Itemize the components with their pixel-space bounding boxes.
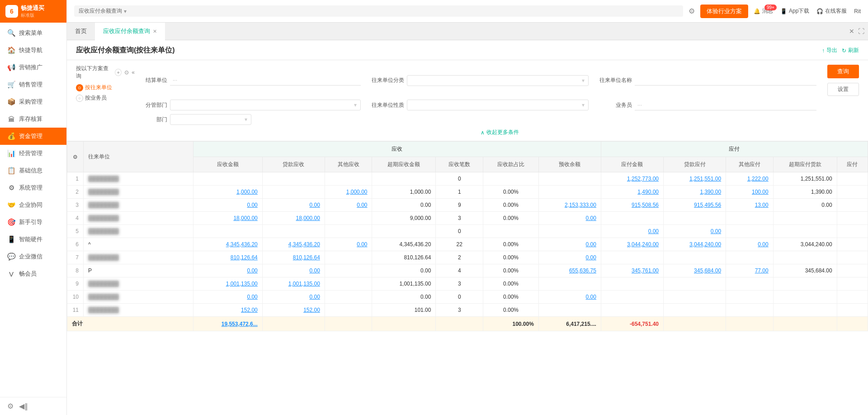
refresh-button[interactable]: ↻ 刷新 (842, 47, 859, 54)
sidebar-item-purchase[interactable]: 📦 采购管理 (0, 93, 66, 110)
row-ap-more (837, 238, 868, 251)
table-row: 9 ████████ 1,001,135.00 1,001,135.00 1,0… (67, 277, 868, 291)
total-row: 合计 19,553,472,6... 100.00% 6,417,215....… (67, 317, 868, 331)
row-ar-count: 9 (436, 199, 483, 212)
partner-name-label: 往来单位名称 (596, 76, 632, 84)
sidebar-item-operation[interactable]: 📊 经营管理 (0, 145, 66, 162)
row-ar-overdue: 101.00 (372, 304, 436, 317)
notice-button[interactable]: 🔔 消息 99+ (754, 7, 773, 15)
dept-label: 分管部门 (140, 101, 167, 109)
sidebar-item-basic[interactable]: 📋 基础信息 (0, 162, 66, 179)
tab-close-icon[interactable]: ✕ (153, 29, 157, 34)
promo-button[interactable]: 体验行业方案 (700, 5, 748, 18)
salesperson-label: 业务员 (596, 101, 632, 109)
finance-icon: 💰 (7, 132, 15, 140)
row-num: 9 (67, 277, 84, 291)
scheme-by-partner[interactable]: ⊙ 按往来单位 (76, 84, 135, 91)
row-ap-other (726, 304, 774, 317)
export-button[interactable]: ↑ 导出 (822, 47, 837, 54)
row-pre-receipt (538, 277, 601, 291)
tab-home[interactable]: 首页 (67, 23, 95, 40)
row-ar-other: 0.00 (325, 238, 372, 251)
row-ap-other (726, 277, 774, 291)
sidebar-item-enterprise[interactable]: 🤝 企业协同 (0, 196, 66, 214)
marketing-icon: 📢 (7, 63, 15, 72)
filter-row-3: 部门 ▾ (140, 114, 859, 125)
row-ar-other: 1,000.00 (325, 186, 372, 199)
sidebar-item-wechat[interactable]: 💬 企业微信 (0, 248, 66, 265)
window-close-icon[interactable]: ✕ (849, 28, 854, 35)
filter-partner-category: 往来单位分类 ▾ (368, 75, 589, 86)
window-maximize-icon[interactable]: ⛶ (858, 28, 864, 35)
setting-button[interactable]: 设置 (827, 83, 859, 96)
filter-settlement-unit: 结算单位 ··· (140, 75, 361, 86)
th-settings[interactable]: ⚙ (67, 142, 84, 172)
row-ar-ratio: 0.00% (483, 199, 539, 212)
sidebar-item-member[interactable]: V 畅会员 (0, 265, 66, 282)
collapse-button[interactable]: ∧ 收起更多条件 (140, 127, 859, 138)
row-partner: ████████ (84, 291, 193, 304)
row-ap-more (837, 277, 868, 291)
dept2-select[interactable]: ▾ (170, 114, 251, 125)
scheme-collapse-icon[interactable]: « (132, 69, 135, 76)
row-ar-loan: 0.00 (262, 264, 325, 277)
app-download-button[interactable]: 📱 App下载 (780, 7, 809, 15)
scheme-by-staff[interactable]: ○ 按业务员 (76, 94, 135, 102)
scheme-settings-icon[interactable]: ⊙ (124, 69, 129, 76)
sidebar-item-guide[interactable]: 🎯 新手引导 (0, 214, 66, 231)
row-ar-loan (262, 225, 325, 238)
settlement-input[interactable]: ··· (170, 75, 361, 86)
sidebar-item-inventory[interactable]: 🏛 库存核算 (0, 110, 66, 128)
row-num: 1 (67, 172, 84, 186)
topbar-gear-icon[interactable]: ⚙ (689, 7, 695, 15)
row-ap-loan: 1,251,551.00 (664, 172, 726, 186)
sidebar-item-sales[interactable]: 🛒 销售管理 (0, 76, 66, 93)
total-ap-more (837, 317, 868, 331)
online-service-button[interactable]: 🎧 在线客服 (816, 7, 847, 15)
dept-select[interactable]: ▾ (170, 100, 361, 110)
row-ap-more (837, 186, 868, 199)
row-ap-loan: 3,044,240.00 (664, 238, 726, 251)
row-ar-loan: 1,001,135.00 (262, 277, 325, 291)
sidebar-item-search[interactable]: 🔍 搜索菜单 (0, 24, 66, 42)
th-ar-count: 应收笔数 (436, 157, 483, 172)
sidebar-item-finance[interactable]: 💰 资金管理 (0, 128, 66, 145)
row-ar-loan: 0.00 (262, 291, 325, 304)
filter-department: 部门 ▾ (140, 114, 251, 125)
th-ap-more: 应付 (837, 157, 868, 172)
row-ar-count: 0 (436, 291, 483, 304)
row-ar-other (325, 304, 372, 317)
nature-select[interactable]: ▾ (407, 100, 589, 110)
add-scheme-button[interactable]: + (115, 69, 122, 76)
row-ar-amount: 152.00 (193, 304, 262, 317)
row-ar-loan (262, 172, 325, 186)
partner-cat-select[interactable]: ▾ (407, 75, 589, 86)
row-ap-overdue (773, 212, 837, 225)
sidebar-label-member: 畅会员 (19, 270, 37, 278)
tab-balance[interactable]: 应收应付余额查询 ✕ (95, 23, 165, 41)
row-ap-amount (601, 291, 663, 304)
table-row: 6 ^ 4,345,436.20 4,345,436.20 0.00 4,345… (67, 238, 868, 251)
sidebar-item-system[interactable]: ⚙ 系统管理 (0, 179, 66, 196)
row-ar-other (325, 291, 372, 304)
scheme-staff-label: 按业务员 (85, 94, 107, 102)
sidebar-item-hardware[interactable]: 📱 智能硬件 (0, 231, 66, 248)
row-pre-receipt (538, 304, 601, 317)
sidebar-item-quicknav[interactable]: 🏠 快捷导航 (0, 42, 66, 59)
sidebar-item-marketing[interactable]: 📢 营销推广 (0, 59, 66, 76)
table-row: 10 ████████ 0.00 0.00 0.00 0 0.00% 0.00 (67, 291, 868, 304)
settings-footer-icon[interactable]: ⚙ (7, 402, 14, 410)
row-ar-loan: 810,126.64 (262, 251, 325, 264)
row-num: 3 (67, 199, 84, 212)
scheme-partner-label: 按往来单位 (85, 84, 112, 91)
query-button[interactable]: 查询 (827, 65, 859, 78)
table-row: 3 ████████ 0.00 0.00 0.00 0.00 9 0.00% 2… (67, 199, 868, 212)
filter-salesperson: 业务员 ··· (596, 100, 816, 110)
row-ap-overdue: 1,390.00 (773, 186, 837, 199)
row-ar-ratio (483, 225, 539, 238)
salesperson-input[interactable]: ··· (635, 100, 816, 110)
table-container[interactable]: ⚙ 往来单位 应收 应付 应收金额 贷款应收 其他应收 超期应收金额 应收笔数 … (67, 141, 868, 415)
collapse-footer-icon[interactable]: ◀‖ (19, 402, 28, 410)
partner-name-input[interactable] (635, 75, 816, 86)
total-ar-other (325, 317, 372, 331)
